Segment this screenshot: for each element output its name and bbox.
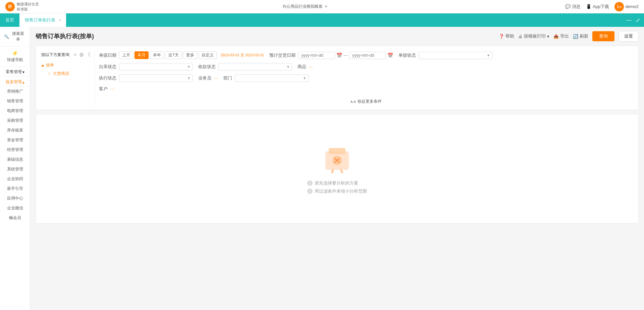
current-year-btn[interactable]: 本年 (150, 51, 164, 59)
doc-date-label: 单据日期 (99, 52, 116, 58)
sidebar-item-app-center[interactable]: 应用中心 (0, 194, 30, 203)
product-more-btn[interactable]: ··· (309, 64, 313, 69)
sidebar-item-vip[interactable]: 畅会员 (0, 213, 30, 223)
receipt-status-select[interactable]: ▾ (218, 63, 292, 70)
doc-status-select[interactable]: ▾ (419, 52, 492, 59)
receipt-status-group: 收款状态 ▾ (198, 63, 292, 70)
svg-rect-1 (329, 148, 345, 154)
dept-arrow-icon: ▾ (304, 76, 306, 81)
export-icon: 📤 (553, 34, 559, 39)
sidebar-item-inventory[interactable]: 库存核算 (0, 125, 30, 135)
sidebar-item-newbie[interactable]: 新手引导 (0, 184, 30, 194)
sidebar-item-system[interactable]: 系统管理 (0, 164, 30, 174)
logo-area: 好 畅捷通好生意 标准版 (5, 2, 39, 11)
sidebar-item-retail[interactable]: 零售管理 ▾ (0, 66, 30, 76)
sidebar-item-basic-info[interactable]: 基础信息 (0, 155, 30, 164)
refresh-btn[interactable]: 🔄 刷新 (573, 33, 588, 39)
collapse-scheme-btn[interactable]: 《 (85, 51, 91, 58)
nav-tabs: 首页 销售订单执行表 × — ⤢ (0, 13, 644, 27)
refresh-icon: 🔄 (573, 34, 578, 39)
sub-item-icon: ○ (48, 71, 50, 76)
page-title: 销售订单执行表(按单) (36, 32, 94, 40)
sidebar-section-wholesale: 批发管理 ▴ (0, 76, 30, 87)
filter-row-2: 出库状态 ▾ 收款状态 ▾ (99, 63, 633, 70)
logo-text: 畅捷通好生意 标准版 (17, 2, 39, 11)
app-download-btn[interactable]: 📱 App下载 (586, 4, 609, 10)
content-inner: 销售订单执行表(按单) ❓ 帮助 🖨 按模板打印 ▾ 📤 导出 (30, 27, 644, 227)
minimize-btn[interactable]: — (625, 16, 633, 24)
calendar-end-icon[interactable]: 📅 (387, 53, 393, 58)
filter-fields-panel: 单据日期 上月 本月 本年 近7天 更多 自定义 2023-03-01 至 20… (99, 51, 633, 104)
filter-card: 按以下方案查询 ＋ ⚙ 《 ● 按单 ○ (36, 46, 639, 110)
help-btn[interactable]: ❓ 帮助 (499, 33, 514, 39)
sidebar-item-quick-nav[interactable]: ⚡ 快捷导航 (0, 48, 30, 65)
scheme-item-dan[interactable]: ● 按单 (41, 61, 91, 69)
delivery-date-start[interactable] (298, 52, 335, 59)
add-scheme-btn[interactable]: ＋ (72, 51, 78, 58)
expected-delivery-label: 预计交货日期 (269, 52, 296, 58)
svg-line-5 (332, 170, 333, 173)
customer-more-btn[interactable]: ··· (110, 86, 114, 92)
exec-status-group: 执行状态 ▾ (99, 74, 193, 82)
sidebar-item-finance[interactable]: 资金管理 (0, 135, 30, 145)
print-btn[interactable]: 🖨 按模板打印 ▾ (518, 33, 549, 39)
sidebar-item-operation[interactable]: 经营管理 (0, 145, 30, 155)
product-group: 商品 ··· (298, 64, 313, 70)
last-month-btn[interactable]: 上月 (119, 51, 133, 59)
settings-button[interactable]: 设置 (619, 31, 639, 42)
filter-row-1: 单据日期 上月 本月 本年 近7天 更多 自定义 2023-03-01 至 20… (99, 51, 633, 59)
messages-btn[interactable]: 💬 消息 (565, 4, 581, 10)
dept-group: 部门 ▾ (223, 74, 309, 82)
sidebar-quick-nav: ⚡ 快捷导航 (0, 47, 30, 66)
export-btn[interactable]: 📤 导出 (553, 33, 569, 39)
tab-sales-order[interactable]: 销售订单执行表 × (19, 13, 66, 27)
doc-status-arrow-icon: ▾ (487, 53, 489, 58)
sidebar-search[interactable]: 🔍 搜索菜单 (0, 27, 30, 47)
tip-num-2: 2 (307, 189, 313, 194)
sidebar-item-wechat[interactable]: 企业微信 (0, 203, 30, 213)
ship-status-group: 出库状态 ▾ (99, 63, 193, 70)
receipt-status-arrow-icon: ▾ (287, 64, 289, 69)
app-icon: 📱 (586, 4, 591, 9)
sidebar-item-wholesale[interactable]: 批发管理 ▴ (0, 76, 30, 86)
sidebar-item-purchase[interactable]: 采购管理 (0, 116, 30, 125)
print-arrow-icon: ▾ (547, 34, 549, 39)
nav-tabs-right: — ⤢ (625, 13, 644, 27)
query-button[interactable]: 查询 (592, 31, 614, 41)
empty-state: 1 请先选择要分析的方案 2 用过滤条件来缩小分析范围 (36, 114, 638, 223)
sidebar-item-marketing[interactable]: 营销推广 (0, 87, 30, 96)
sidebar-item-enterprise[interactable]: 企业协同 (0, 174, 30, 184)
salesperson-more-btn[interactable]: ··· (214, 75, 218, 81)
scheme-header: 按以下方案查询 ＋ ⚙ 《 (41, 51, 91, 58)
delivery-date-end[interactable] (349, 52, 386, 59)
more-date-btn[interactable]: 更多 (183, 51, 197, 59)
maximize-btn[interactable]: ⤢ (634, 16, 641, 25)
settings-scheme-btn[interactable]: ⚙ (79, 51, 84, 58)
tab-home[interactable]: 首页 (0, 13, 19, 27)
sidebar-item-ecommerce[interactable]: 电商管理 (0, 106, 30, 116)
search-menu-btn[interactable]: 🔍 搜索菜单 (3, 30, 27, 44)
filter-content: 按以下方案查询 ＋ ⚙ 《 ● 按单 ○ (41, 51, 633, 104)
scheme-sub-item-owed[interactable]: ○ 欠货情况 (41, 69, 91, 78)
ship-status-select[interactable]: ▾ (119, 63, 193, 70)
tab-close-icon[interactable]: × (59, 18, 61, 22)
logo-icon: 好 (5, 2, 15, 11)
exec-status-select[interactable]: ▾ (119, 74, 193, 82)
main-layout: 🔍 搜索菜单 ⚡ 快捷导航 零售管理 ▾ 批发管理 ▴ 营销推广 (0, 27, 644, 310)
sidebar: 🔍 搜索菜单 ⚡ 快捷导航 零售管理 ▾ 批发管理 ▴ 营销推广 (0, 27, 30, 310)
collapse-btn[interactable]: ∧∧ 收起更多条件 (350, 99, 382, 104)
salesperson-label: 业务员 (198, 75, 211, 81)
last7-btn[interactable]: 近7天 (165, 51, 182, 59)
dept-select[interactable]: ▾ (235, 74, 309, 82)
print-icon: 🖨 (518, 34, 523, 39)
search-icon: 🔍 (4, 34, 9, 39)
scheme-actions: ＋ ⚙ 《 (72, 51, 91, 58)
collapse-icon: ∧∧ (350, 99, 356, 104)
calendar-start-icon[interactable]: 📅 (336, 53, 342, 58)
current-month-btn[interactable]: 本月 (135, 51, 149, 59)
custom-date-btn[interactable]: 自定义 (199, 51, 217, 59)
sidebar-item-sales[interactable]: 销售管理 (0, 96, 30, 106)
exec-status-label: 执行状态 (99, 75, 116, 81)
user-menu[interactable]: Ea demo2 (614, 2, 639, 11)
results-area: 1 请先选择要分析的方案 2 用过滤条件来缩小分析范围 (36, 114, 639, 223)
